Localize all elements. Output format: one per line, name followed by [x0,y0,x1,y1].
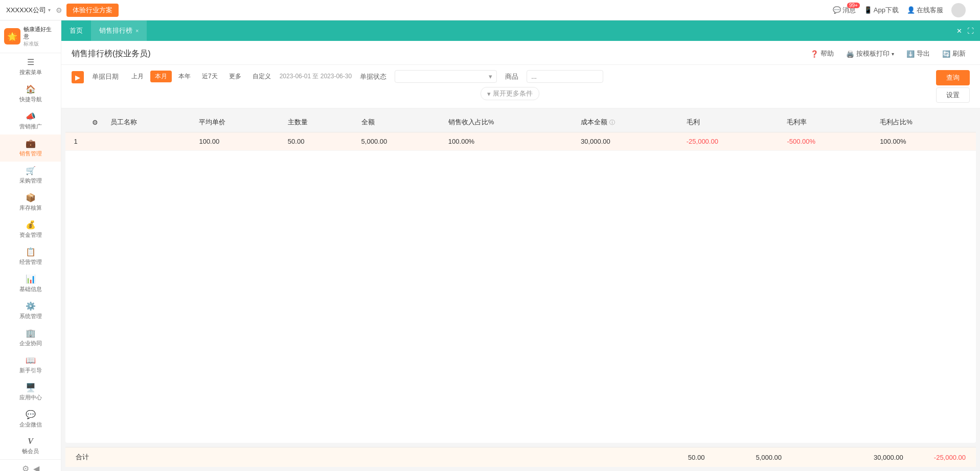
cell-name [104,132,193,151]
sidebar-label-apps: 应用中心 [19,394,42,401]
settings-icon[interactable]: ⚙ [56,6,62,14]
sidebar-item-system[interactable]: ⚙️ 系统管理 [0,297,61,324]
sidebar-item-marketing[interactable]: 📣 营销推广 [0,107,61,134]
cell-settings [86,132,104,151]
service-icon: 👤 [907,6,915,14]
table-header-row: ⚙ 员工名称 平均单价 主数量 全额 销售收入占比% 成本全额 ⓘ 毛利 毛利率… [65,113,976,132]
expand-label: 展开更多条件 [493,89,533,98]
avatar[interactable] [951,3,966,17]
filter-inputs: 单据日期 上月 本月 本年 近7天 更多 自定义 2023-06-01 至 20… [92,70,928,100]
sidebar-item-shortcut[interactable]: 🏠 快捷导航 [0,80,61,107]
home-icon: 🏠 [26,84,36,94]
goods-value: ... [531,73,599,80]
date-btn-more[interactable]: 更多 [224,71,246,82]
col-amount: 全额 [355,113,442,132]
export-button[interactable]: ⬇️ 导出 [902,47,934,60]
footer-profit: -25,000.00 [934,454,966,461]
tab-expand-icon[interactable]: ⛶ [967,27,974,35]
query-button[interactable]: 查询 [936,70,970,85]
status-select[interactable]: ▾ [395,70,497,83]
date-btn-current[interactable]: 本月 [150,71,172,82]
sidebar-item-sales[interactable]: 💼 销售管理 [0,134,61,162]
enterprise-icon: 🏢 [26,328,36,338]
sidebar-logo: 🌟 畅康通好生意 标准版 [0,20,61,53]
app-download-button[interactable]: 📱 App下载 [864,6,899,15]
sidebar-collapse-button[interactable]: ◀ [33,464,39,471]
sidebar-item-wechat[interactable]: 💬 企业微信 [0,406,61,433]
page-content: 销售排行榜(按业务员) ❓ 帮助 🖨️ 按模板打印 ▾ ⬇️ 导出 [61,41,980,471]
sidebar-label-enterprise: 企业协同 [19,340,42,347]
search-menu-icon: ☰ [27,57,34,67]
guide-icon: 📖 [26,355,36,365]
main-layout: 🌟 畅康通好生意 标准版 ☰ 搜索菜单 🏠 快捷导航 📣 营销推广 💼 销售管理… [0,20,980,471]
col-qty: 主数量 [282,113,355,132]
tab-close-icon[interactable]: × [135,28,139,34]
sidebar-label-inventory: 库存核算 [19,204,42,212]
top-bar-right: 💬 消息 99+ 📱 App下载 👤 在线客服 [833,3,974,17]
tab-sales-ranking[interactable]: 销售排行榜 × [91,20,147,41]
sidebar-item-finance[interactable]: 💰 资金管理 [0,216,61,243]
date-btn-year[interactable]: 本年 [174,71,195,82]
cell-sales-ratio: 100.00% [442,132,575,151]
print-chevron-icon: ▾ [892,51,894,57]
sidebar-item-operation[interactable]: 📋 经营管理 [0,243,61,270]
refresh-button[interactable]: 🔄 刷新 [938,47,970,60]
goods-input[interactable]: ... [527,70,603,83]
col-sales-ratio: 销售收入占比% [442,113,575,132]
marketing-icon: 📣 [26,111,36,121]
table-wrap: ⚙ 员工名称 平均单价 主数量 全额 销售收入占比% 成本全额 ⓘ 毛利 毛利率… [65,113,976,443]
sidebar-item-apps[interactable]: 🖥️ 应用中心 [0,378,61,406]
page-header: 销售排行榜(按业务员) ❓ 帮助 🖨️ 按模板打印 ▾ ⬇️ 导出 [61,41,980,65]
company-selector[interactable]: XXXXXX公司 ▾ [6,6,51,15]
sidebar-item-search[interactable]: ☰ 搜索菜单 [0,53,61,80]
sidebar-label-guide: 新手引导 [19,367,42,374]
print-icon: 🖨️ [846,50,854,58]
col-profit: 毛利 [680,113,781,132]
cell-amount: 5,000.00 [355,132,442,151]
sidebar-label-wechat: 企业微信 [19,421,42,429]
tab-bar-actions: ✕ ⛶ [950,27,980,35]
col-name: 员工名称 [104,113,193,132]
sidebar-item-member[interactable]: V 畅会员 [0,433,61,459]
status-arrow-icon: ▾ [489,73,492,80]
cell-qty: 50.00 [282,132,355,151]
filter-bar: ▶ 单据日期 上月 本月 本年 近7天 更多 自定义 [61,65,980,108]
sidebar-item-basic[interactable]: 📊 基础信息 [0,270,61,297]
filter-toggle-button[interactable]: ▶ [72,71,84,83]
sidebar-label-marketing: 营销推广 [19,123,42,130]
print-button[interactable]: 🖨️ 按模板打印 ▾ [842,47,898,60]
tab-home-label: 首页 [70,26,83,35]
sidebar-item-enterprise[interactable]: 🏢 企业协同 [0,324,61,351]
expand-more-button[interactable]: ▾ 展开更多条件 [481,87,539,100]
content-area: 首页 销售排行榜 × ✕ ⛶ 销售排行榜(按业务员) ❓ 帮助 [61,20,980,471]
setting-button[interactable]: 设置 [936,87,970,103]
sidebar: 🌟 畅康通好生意 标准版 ☰ 搜索菜单 🏠 快捷导航 📣 营销推广 💼 销售管理… [0,20,61,471]
sidebar-label-search: 搜索菜单 [19,69,42,76]
message-icon: 💬 [833,6,841,14]
expand-more-row: ▾ 展开更多条件 [92,87,928,100]
message-badge: 99+ [847,3,860,8]
sidebar-item-purchase[interactable]: 🛒 采购管理 [0,162,61,189]
page-title: 销售排行榜(按业务员) [72,49,151,59]
online-service-button[interactable]: 👤 在线客服 [907,6,943,15]
sidebar-settings-button[interactable]: ⚙ [22,464,29,471]
date-btn-week[interactable]: 近7天 [197,71,222,82]
data-table: ⚙ 员工名称 平均单价 主数量 全额 销售收入占比% 成本全额 ⓘ 毛利 毛利率… [65,113,976,151]
tab-close-window-icon[interactable]: ✕ [956,27,962,35]
date-btn-custom[interactable]: 自定义 [248,71,276,82]
sidebar-item-guide[interactable]: 📖 新手引导 [0,351,61,378]
table-footer: 合计 50.00 5,000.00 30,000.00 -25,000.00 [65,447,976,467]
tab-home[interactable]: 首页 [61,20,91,41]
col-avg-price: 平均单价 [193,113,281,132]
message-button[interactable]: 💬 消息 99+ [833,6,856,15]
try-industry-button[interactable]: 体验行业方案 [66,4,119,17]
apps-icon: 🖥️ [26,383,36,392]
filter-right-buttons: 查询 设置 [936,70,970,103]
col-settings[interactable]: ⚙ [86,113,104,132]
sidebar-label-basic: 基础信息 [19,285,42,293]
basic-icon: 📊 [26,274,36,284]
sidebar-item-inventory[interactable]: 📦 库存核算 [0,189,61,216]
help-button[interactable]: ❓ 帮助 [806,47,838,60]
date-btn-last[interactable]: 上月 [127,71,148,82]
table-row: 1 100.00 50.00 5,000.00 100.00% 30,000.0… [65,132,976,151]
